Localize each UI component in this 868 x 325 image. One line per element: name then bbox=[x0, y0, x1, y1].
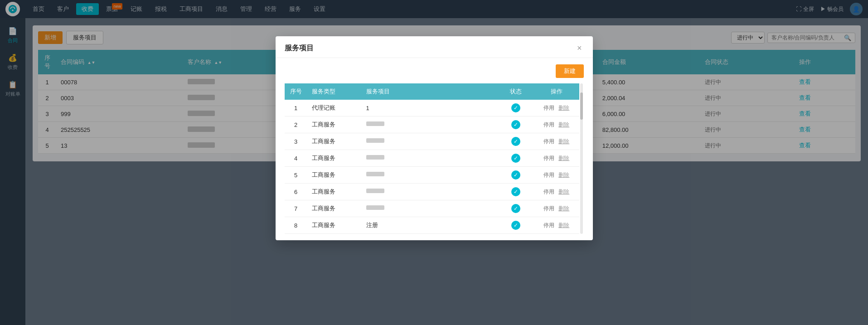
stop-button[interactable]: 停用 bbox=[543, 205, 554, 213]
modal-cell-type: 工商服务 bbox=[307, 217, 362, 234]
item-text: 注册 bbox=[366, 222, 378, 228]
modal-cell-status: ✓ bbox=[498, 150, 534, 167]
modal-cell-item: 1 bbox=[362, 100, 498, 116]
delete-button[interactable]: 删除 bbox=[558, 222, 569, 229]
modal-cell-item bbox=[362, 200, 498, 217]
modal-cell-seq: 4 bbox=[285, 150, 307, 167]
modal-table-container: 序号 服务类型 服务项目 状态 操作 1 代理记账 1 ✓ 停用 删除 bbox=[285, 83, 584, 234]
modal-cell-status: ✓ bbox=[498, 100, 534, 116]
modal-cell-type: 工商服务 bbox=[307, 184, 362, 200]
modal-cell-action: 停用 删除 bbox=[534, 184, 579, 200]
modal-cell-action: 停用 删除 bbox=[534, 217, 579, 234]
modal-table-row: 7 工商服务 ✓ 停用 删除 bbox=[285, 200, 579, 217]
modal-cell-type: 工商服务 bbox=[307, 116, 362, 133]
modal-cell-type: 工商服务 bbox=[307, 133, 362, 150]
delete-button[interactable]: 删除 bbox=[558, 138, 569, 146]
modal-cell-seq: 7 bbox=[285, 200, 307, 217]
modal-th-type: 服务类型 bbox=[307, 83, 362, 100]
modal-cell-item bbox=[362, 184, 498, 200]
modal-header: 服务项目 × bbox=[276, 36, 593, 58]
stop-button[interactable]: 停用 bbox=[543, 104, 554, 112]
modal-new-button[interactable]: 新建 bbox=[556, 64, 584, 78]
modal-service-table: 序号 服务类型 服务项目 状态 操作 1 代理记账 1 ✓ 停用 删除 bbox=[285, 83, 579, 234]
status-check-icon: ✓ bbox=[511, 221, 520, 230]
item-blurred bbox=[366, 138, 384, 143]
status-check-icon: ✓ bbox=[511, 154, 520, 163]
scrollbar-track bbox=[579, 83, 584, 234]
item-text: 1 bbox=[366, 105, 369, 112]
item-blurred bbox=[366, 155, 384, 160]
item-blurred bbox=[366, 172, 384, 176]
modal-table-row: 2 工商服务 ✓ 停用 删除 bbox=[285, 116, 579, 133]
delete-button[interactable]: 删除 bbox=[558, 205, 569, 213]
modal-table-row: 4 工商服务 ✓ 停用 删除 bbox=[285, 150, 579, 167]
stop-button[interactable]: 停用 bbox=[543, 222, 554, 229]
modal-close-button[interactable]: × bbox=[575, 44, 584, 53]
stop-button[interactable]: 停用 bbox=[543, 138, 554, 146]
modal-cell-type: 代理记账 bbox=[307, 100, 362, 116]
modal-cell-action: 停用 删除 bbox=[534, 116, 579, 133]
stop-button[interactable]: 停用 bbox=[543, 155, 554, 162]
modal-th-seq: 序号 bbox=[285, 83, 307, 100]
modal-cell-item bbox=[362, 116, 498, 133]
modal-cell-action: 停用 删除 bbox=[534, 200, 579, 217]
modal-cell-seq: 3 bbox=[285, 133, 307, 150]
item-blurred bbox=[366, 205, 384, 210]
modal-table-body: 1 代理记账 1 ✓ 停用 删除 2 工商服务 ✓ 停用 删除 3 工商服务 ✓… bbox=[285, 100, 579, 234]
modal-toolbar: 新建 bbox=[285, 64, 584, 78]
modal-th-item: 服务项目 bbox=[362, 83, 498, 100]
modal-cell-item: 注册 bbox=[362, 217, 498, 234]
modal-cell-status: ✓ bbox=[498, 217, 534, 234]
modal-cell-type: 工商服务 bbox=[307, 167, 362, 184]
modal-cell-action: 停用 删除 bbox=[534, 133, 579, 150]
modal-cell-status: ✓ bbox=[498, 184, 534, 200]
modal-cell-item bbox=[362, 150, 498, 167]
delete-button[interactable]: 删除 bbox=[558, 104, 569, 112]
modal-cell-seq: 2 bbox=[285, 116, 307, 133]
modal-body: 新建 序号 服务类型 服务项目 状态 操作 bbox=[276, 58, 593, 240]
modal-cell-seq: 8 bbox=[285, 217, 307, 234]
service-items-modal: 服务项目 × 新建 序号 服务类型 服务项目 状态 操 bbox=[276, 36, 593, 240]
modal-table-row: 1 代理记账 1 ✓ 停用 删除 bbox=[285, 100, 579, 116]
modal-title: 服务项目 bbox=[285, 44, 314, 53]
modal-th-status: 状态 bbox=[498, 83, 534, 100]
modal-header-row: 序号 服务类型 服务项目 状态 操作 bbox=[285, 83, 579, 100]
status-check-icon: ✓ bbox=[511, 170, 520, 179]
status-check-icon: ✓ bbox=[511, 204, 520, 213]
modal-cell-type: 工商服务 bbox=[307, 200, 362, 217]
modal-overlay[interactable]: 服务项目 × 新建 序号 服务类型 服务项目 状态 操 bbox=[0, 0, 868, 325]
status-check-icon: ✓ bbox=[511, 187, 520, 196]
modal-cell-action: 停用 删除 bbox=[534, 167, 579, 184]
modal-cell-status: ✓ bbox=[498, 167, 534, 184]
stop-button[interactable]: 停用 bbox=[543, 188, 554, 196]
modal-cell-status: ✓ bbox=[498, 200, 534, 217]
delete-button[interactable]: 删除 bbox=[558, 171, 569, 179]
modal-cell-item bbox=[362, 167, 498, 184]
modal-cell-action: 停用 删除 bbox=[534, 150, 579, 167]
modal-cell-status: ✓ bbox=[498, 133, 534, 150]
modal-cell-seq: 6 bbox=[285, 184, 307, 200]
delete-button[interactable]: 删除 bbox=[558, 155, 569, 162]
status-check-icon: ✓ bbox=[511, 120, 520, 129]
modal-table-wrap[interactable]: 序号 服务类型 服务项目 状态 操作 1 代理记账 1 ✓ 停用 删除 bbox=[285, 83, 579, 234]
modal-cell-seq: 1 bbox=[285, 100, 307, 116]
stop-button[interactable]: 停用 bbox=[543, 171, 554, 179]
modal-cell-action: 停用 删除 bbox=[534, 100, 579, 116]
modal-th-action: 操作 bbox=[534, 83, 579, 100]
modal-cell-status: ✓ bbox=[498, 116, 534, 133]
status-check-icon: ✓ bbox=[511, 137, 520, 146]
modal-table-row: 8 工商服务 注册 ✓ 停用 删除 bbox=[285, 217, 579, 234]
modal-table-row: 6 工商服务 ✓ 停用 删除 bbox=[285, 184, 579, 200]
delete-button[interactable]: 删除 bbox=[558, 121, 569, 129]
modal-table-row: 5 工商服务 ✓ 停用 删除 bbox=[285, 167, 579, 184]
modal-cell-seq: 5 bbox=[285, 167, 307, 184]
modal-cell-type: 工商服务 bbox=[307, 150, 362, 167]
scrollbar-thumb[interactable] bbox=[580, 92, 583, 120]
status-check-icon: ✓ bbox=[511, 103, 520, 112]
item-blurred bbox=[366, 189, 384, 193]
modal-cell-item bbox=[362, 133, 498, 150]
modal-table-row: 3 工商服务 ✓ 停用 删除 bbox=[285, 133, 579, 150]
delete-button[interactable]: 删除 bbox=[558, 188, 569, 196]
item-blurred bbox=[366, 121, 384, 126]
stop-button[interactable]: 停用 bbox=[543, 121, 554, 129]
